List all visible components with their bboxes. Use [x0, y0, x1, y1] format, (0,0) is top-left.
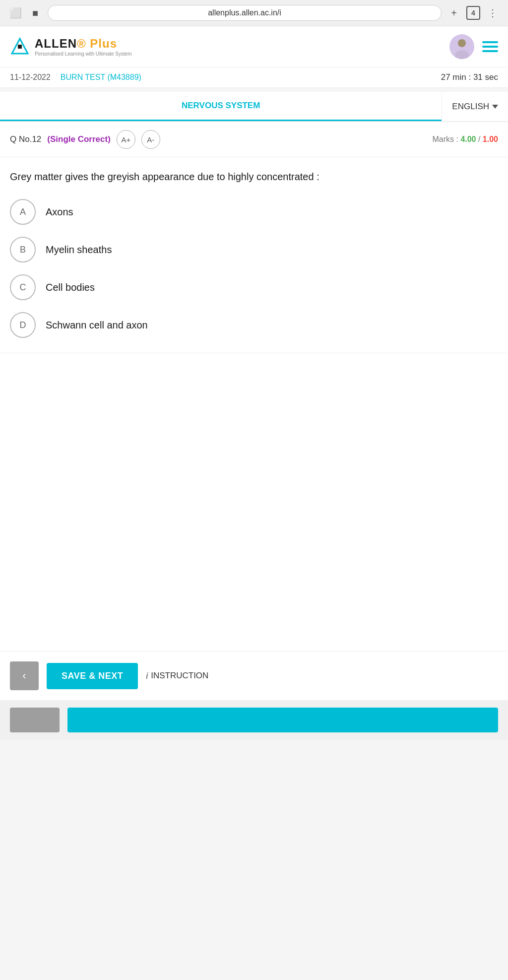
- instruction-label: INSTRUCTION: [151, 671, 208, 681]
- question-content: Grey matter gives the greyish appearance…: [0, 157, 508, 353]
- empty-space: [0, 353, 508, 651]
- options-list: A Axons B Myelin sheaths C Cell bodies D…: [10, 199, 498, 338]
- test-name: BURN TEST (M43889): [61, 73, 141, 82]
- hamburger-menu[interactable]: [482, 41, 498, 52]
- info-bar: 11-12-2022 BURN TEST (M43889) 27 min : 3…: [0, 67, 508, 88]
- option-b-circle: B: [10, 237, 36, 262]
- extra-cyan-button[interactable]: [67, 708, 498, 732]
- browser-square-icon: ■: [28, 5, 43, 20]
- url-bar[interactable]: allenplus.allen.ac.in/i: [48, 5, 442, 21]
- chevron-down-icon: [492, 105, 498, 109]
- hamburger-line-3: [482, 50, 498, 52]
- info-bar-left: 11-12-2022 BURN TEST (M43889): [10, 73, 141, 82]
- browser-add-tab-icon[interactable]: +: [446, 5, 461, 20]
- marks-separator: /: [478, 135, 483, 143]
- question-text: Grey matter gives the greyish appearance…: [10, 169, 498, 184]
- app-header: ALLEN® Plus Personalised Learning with U…: [0, 26, 508, 67]
- browser-back-icon[interactable]: ⬜: [8, 5, 23, 20]
- allen-brand: ALLEN® Plus: [35, 37, 132, 51]
- bottom-bar: ‹ SAVE & NEXT i INSTRUCTION: [0, 651, 508, 700]
- option-c-circle: C: [10, 274, 36, 300]
- marks-negative: 1.00: [483, 135, 498, 143]
- option-a[interactable]: A Axons: [10, 199, 498, 225]
- browser-bar: ⬜ ■ allenplus.allen.ac.in/i + 4 ⋮: [0, 0, 508, 26]
- marks-area: Marks : 4.00 / 1.00: [432, 135, 498, 144]
- logo-area: ALLEN® Plus Personalised Learning with U…: [10, 37, 132, 57]
- avatar-image: [449, 34, 474, 59]
- option-a-circle: A: [10, 199, 36, 225]
- option-c[interactable]: C Cell bodies: [10, 274, 498, 300]
- option-d[interactable]: D Schwann cell and axon: [10, 312, 498, 338]
- back-icon: ‹: [22, 669, 26, 682]
- extra-bottom: [0, 700, 508, 740]
- back-button[interactable]: ‹: [10, 661, 39, 690]
- tab-subject[interactable]: NERVOUS SYSTEM: [0, 92, 442, 121]
- plus-name: ® Plus: [77, 37, 117, 50]
- instruction-button[interactable]: i INSTRUCTION: [146, 671, 208, 681]
- avatar: [449, 34, 474, 59]
- test-date: 11-12-2022: [10, 73, 51, 82]
- hamburger-line-2: [482, 46, 498, 48]
- tab-count[interactable]: 4: [466, 6, 480, 20]
- svg-rect-1: [18, 45, 22, 49]
- svg-point-3: [458, 39, 466, 47]
- question-number: Q No.12: [10, 134, 41, 144]
- info-icon: i: [146, 671, 148, 681]
- question-meta: Q No.12 (Single Correct) A+ A- Marks : 4…: [0, 122, 508, 157]
- font-decrease-button[interactable]: A-: [141, 130, 160, 149]
- allen-name: ALLEN: [35, 37, 77, 50]
- hamburger-line-1: [482, 41, 498, 43]
- timer: 27 min : 31 sec: [441, 72, 498, 82]
- option-d-circle: D: [10, 312, 36, 338]
- option-c-text: Cell bodies: [46, 282, 95, 293]
- marks-label: Marks :: [432, 135, 458, 143]
- browser-menu-icon[interactable]: ⋮: [485, 5, 500, 20]
- language-label: ENGLISH: [452, 102, 489, 112]
- option-a-text: Axons: [46, 206, 73, 218]
- tab-bar: NERVOUS SYSTEM ENGLISH: [0, 92, 508, 122]
- option-b-text: Myelin sheaths: [46, 244, 112, 256]
- font-increase-button[interactable]: A+: [117, 130, 135, 149]
- question-type: (Single Correct): [47, 134, 111, 144]
- allen-tagline: Personalised Learning with Ultimate Syst…: [35, 51, 132, 57]
- save-next-button[interactable]: SAVE & NEXT: [47, 663, 138, 689]
- logo-text: ALLEN® Plus Personalised Learning with U…: [35, 37, 132, 57]
- tab-language[interactable]: ENGLISH: [442, 92, 508, 121]
- header-right: [449, 34, 498, 59]
- marks-positive: 4.00: [460, 135, 476, 143]
- allen-logo-icon: [10, 37, 30, 57]
- option-b[interactable]: B Myelin sheaths: [10, 237, 498, 262]
- extra-gray-button[interactable]: [10, 708, 60, 732]
- option-d-text: Schwann cell and axon: [46, 320, 148, 331]
